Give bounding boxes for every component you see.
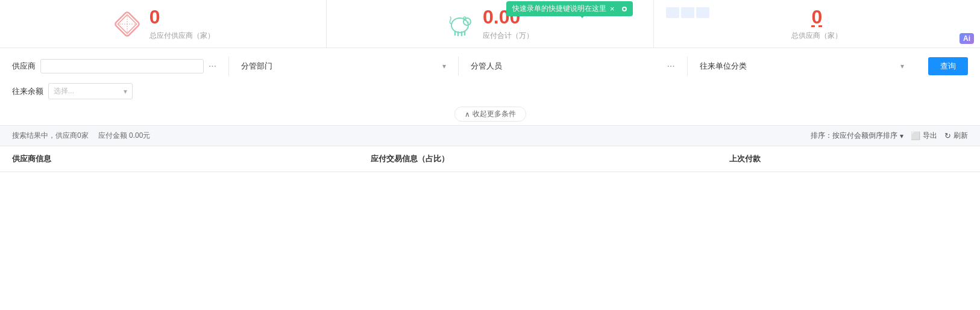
collapse-bar: ∧ 收起更多条件: [12, 107, 968, 122]
sort-select[interactable]: 排序：按应付会额倒序排序 ▾: [811, 131, 903, 141]
col-header-last-payment: 上次付款: [729, 153, 969, 164]
collapse-label: 收起更多条件: [473, 109, 516, 119]
supplier-count-text: 搜索结果中，供应商0家: [12, 131, 89, 141]
tooltip-dot: [622, 7, 627, 11]
unit-category-input[interactable]: [752, 62, 900, 71]
query-button[interactable]: 查询: [928, 57, 968, 75]
unit-category-label: 往来单位分类: [700, 61, 747, 72]
supplier-input-box[interactable]: [40, 59, 204, 73]
yue-arrow-icon: ▾: [124, 87, 127, 96]
collapse-button[interactable]: ∧ 收起更多条件: [454, 107, 526, 122]
department-label: 分管部门: [241, 61, 272, 72]
department-arrow[interactable]: ▾: [442, 62, 446, 70]
sort-arrow-icon: ▾: [900, 132, 903, 140]
refresh-icon: ↻: [944, 131, 951, 140]
svg-point-6: [466, 21, 470, 23]
filter-department: 分管部门 ▾: [241, 57, 458, 76]
manager-input[interactable]: [507, 62, 667, 71]
filter-manager: 分管人员 ···: [471, 57, 688, 76]
ai-badge: Ai: [960, 33, 974, 44]
sort-label: 排序：按应付会额倒序排序: [811, 131, 897, 141]
supplier-input[interactable]: [46, 62, 198, 70]
filter-supplier: 供应商 ···: [12, 57, 229, 76]
table-header: 供应商信息 应付交易信息（占比） 上次付款: [0, 146, 980, 172]
yue-select[interactable]: 选择... ▾: [48, 83, 133, 99]
stat-item-payable-total: 0.00 应付合计（万） 快速录单的快捷键说明在这里 ×: [327, 0, 653, 48]
col-header-supplier: 供应商信息: [12, 153, 371, 164]
table-body: [0, 172, 980, 310]
total-suppliers-payable-label: 总应付供应商（家）: [149, 31, 215, 41]
total-suppliers-label: 总供应商（家）: [791, 31, 842, 41]
refresh-label: 刷新: [953, 131, 968, 141]
col-header-transaction: 应付交易信息（占比）: [371, 153, 729, 164]
payable-total-label: 应付合计（万）: [483, 31, 533, 41]
amount-text: 应付金额 0.00元: [98, 131, 151, 141]
filter-unit-category: 往来单位分类 ▾: [700, 57, 916, 76]
piggy-bank-icon: [447, 10, 476, 39]
supplier-label: 供应商: [12, 61, 36, 72]
export-button[interactable]: ⬜ 导出: [911, 131, 937, 141]
export-icon: ⬜: [911, 131, 920, 140]
tooltip-text: 快速录单的快捷键说明在这里: [512, 4, 606, 14]
filter-row-1: 供应商 ··· 分管部门 ▾ 分管人员 ··· 往来单位分类 ▾ 查询: [12, 57, 968, 76]
shortcut-tooltip: 快速录单的快捷键说明在这里 ×: [506, 1, 633, 16]
collapse-chevron-icon: ∧: [465, 110, 470, 119]
export-label: 导出: [923, 131, 937, 141]
diamond-logo-icon: [112, 9, 142, 39]
total-suppliers-payable-number: 0: [149, 7, 160, 28]
filter-row-2: 往来余额 选择... ▾: [12, 83, 968, 99]
filters-area: 供应商 ··· 分管部门 ▾ 分管人员 ··· 往来单位分类 ▾ 查询 往来余额: [0, 48, 980, 126]
manager-dots-button[interactable]: ···: [667, 61, 674, 72]
unit-category-arrow[interactable]: ▾: [900, 62, 904, 70]
result-bar-left: 搜索结果中，供应商0家 应付金额 0.00元: [12, 131, 150, 141]
stat-item-total-suppliers: 0 总供应商（家） Ai: [654, 0, 980, 48]
yue-placeholder: 选择...: [54, 86, 120, 96]
box-icons: [666, 7, 709, 18]
result-bar: 搜索结果中，供应商0家 应付金额 0.00元 排序：按应付会额倒序排序 ▾ ⬜ …: [0, 126, 980, 146]
stat-item-suppliers-payable: 0 总应付供应商（家）: [0, 0, 327, 48]
tooltip-close-button[interactable]: ×: [610, 5, 615, 13]
refresh-button[interactable]: ↻ 刷新: [944, 131, 968, 141]
result-bar-right: 排序：按应付会额倒序排序 ▾ ⬜ 导出 ↻ 刷新: [811, 131, 968, 141]
manager-label: 分管人员: [471, 61, 502, 72]
stats-bar: 0 总应付供应商（家） 0.00 应付合计（万）: [0, 0, 980, 48]
total-suppliers-number: 0: [811, 7, 822, 28]
yue-label: 往来余额: [12, 86, 43, 97]
supplier-dots-button[interactable]: ···: [209, 61, 216, 72]
department-input[interactable]: [277, 62, 442, 71]
